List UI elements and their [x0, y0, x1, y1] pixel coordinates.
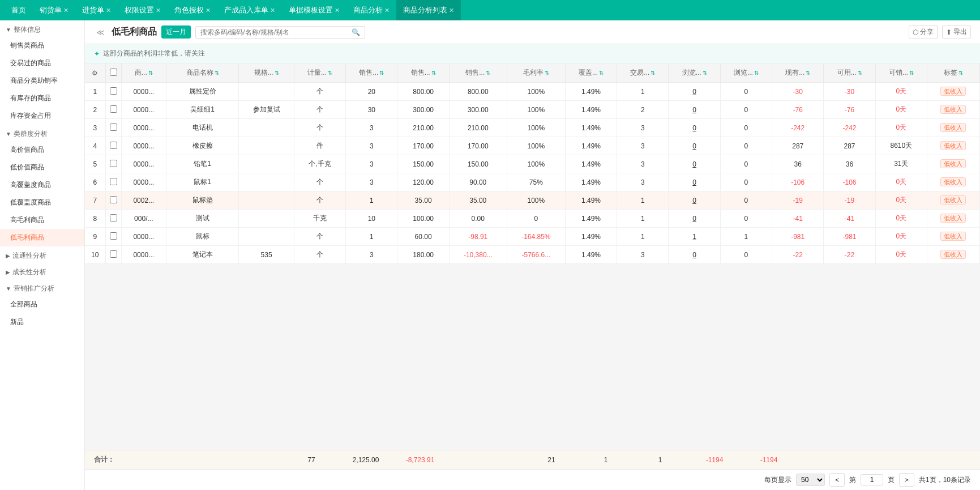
col-settings[interactable]: ⚙ — [85, 63, 105, 83]
sidebar-item-high-margin[interactable]: 高毛利商品 — [0, 211, 84, 229]
col-spec[interactable]: 规格...⇅ — [239, 63, 294, 83]
col-available[interactable]: 可用...⇅ — [824, 63, 875, 83]
nav-close-permissions[interactable]: ✕ — [156, 7, 161, 14]
col-coverage[interactable]: 覆盖...⇅ — [565, 63, 617, 83]
cell-view1[interactable]: 0 — [669, 119, 720, 137]
nav-purchase[interactable]: 进货单 ✕ — [75, 0, 118, 20]
row-checkbox[interactable] — [110, 142, 117, 149]
nav-template[interactable]: 单据模板设置 ✕ — [282, 0, 346, 20]
cell-checkbox[interactable] — [105, 246, 121, 264]
sidebar-item-low-value[interactable]: 低价值商品 — [0, 159, 84, 176]
row-checkbox[interactable] — [110, 196, 117, 203]
cell-checkbox[interactable] — [105, 119, 121, 137]
sidebar-item-high-coverage[interactable]: 高覆盖度商品 — [0, 176, 84, 194]
cell-view1[interactable]: 0 — [669, 173, 720, 191]
sidebar-group-marketing[interactable]: ▼ 营销推广分析 — [0, 279, 84, 296]
col-saleable[interactable]: 可销...⇅ — [875, 63, 927, 83]
col-unit[interactable]: 计量...⇅ — [294, 63, 345, 83]
sidebar-item-low-margin[interactable]: 低毛利商品 — [0, 229, 84, 246]
search-icon[interactable]: 🔍 — [352, 28, 360, 36]
sidebar-item-all-goods[interactable]: 全部商品 — [0, 296, 84, 313]
nav-close-roles[interactable]: ✕ — [206, 7, 211, 14]
col-checkbox[interactable] — [105, 63, 121, 83]
col-sale-qty[interactable]: 销售...⇅ — [346, 63, 397, 83]
col-view1[interactable]: 浏览...⇅ — [669, 63, 720, 83]
sidebar-group-growth[interactable]: ▶ 成长性分析 — [0, 263, 84, 279]
sidebar-item-category-rate[interactable]: 商品分类助销率 — [0, 72, 84, 90]
col-sale-profit[interactable]: 销售...⇅ — [449, 63, 507, 83]
sidebar-group-overall[interactable]: ▼ 整体信息 — [0, 20, 84, 37]
prev-page-btn[interactable]: ＜ — [829, 473, 845, 487]
nav-analysis-list[interactable]: 商品分析列表 ✕ — [396, 0, 461, 20]
view1-link[interactable]: 0 — [692, 197, 696, 204]
period-button[interactable]: 近一月 — [161, 25, 191, 39]
share-button[interactable]: ⬡ 分享 — [909, 25, 938, 39]
sidebar-item-new-goods[interactable]: 新品 — [0, 313, 84, 331]
row-checkbox[interactable] — [110, 105, 117, 113]
sidebar-group-cluster[interactable]: ▼ 类群度分析 — [0, 125, 84, 141]
col-name[interactable]: 商品名称⇅ — [166, 63, 239, 83]
next-page-btn[interactable]: ＞ — [899, 473, 914, 487]
page-size-select[interactable]: 50 100 200 — [796, 474, 825, 486]
cell-checkbox[interactable] — [105, 191, 121, 210]
sidebar-item-in-stock[interactable]: 有库存的商品 — [0, 90, 84, 107]
nav-home[interactable]: 首页 — [5, 0, 33, 20]
row-checkbox[interactable] — [110, 232, 117, 240]
cell-view1[interactable]: 0 — [669, 246, 720, 264]
cell-checkbox[interactable] — [105, 210, 121, 228]
nav-close-purchase[interactable]: ✕ — [106, 7, 111, 14]
row-checkbox[interactable] — [110, 87, 117, 95]
col-sale-price[interactable]: 销售...⇅ — [397, 63, 449, 83]
current-page-input[interactable] — [861, 474, 883, 485]
row-checkbox[interactable] — [110, 178, 117, 185]
cell-checkbox[interactable] — [105, 228, 121, 246]
cell-view1[interactable]: 0 — [669, 191, 720, 210]
nav-sales[interactable]: 销货单 ✕ — [33, 0, 75, 20]
col-current[interactable]: 现有...⇅ — [772, 63, 824, 83]
view1-link[interactable]: 1 — [692, 233, 696, 241]
cell-view1[interactable]: 0 — [669, 210, 720, 228]
nav-product-analysis[interactable]: 商品分析 ✕ — [346, 0, 396, 20]
select-all-checkbox[interactable] — [110, 69, 117, 76]
nav-close-analysis[interactable]: ✕ — [384, 7, 390, 14]
view1-link[interactable]: 0 — [692, 251, 696, 259]
cell-checkbox[interactable] — [105, 101, 121, 119]
export-button[interactable]: ⬆ 导出 — [942, 25, 971, 39]
sidebar-item-inventory-funds[interactable]: 库存资金占用 — [0, 107, 84, 125]
cell-checkbox[interactable] — [105, 83, 121, 101]
col-tag[interactable]: 标签⇅ — [927, 63, 979, 83]
view1-link[interactable]: 0 — [692, 142, 696, 150]
sidebar-item-low-coverage[interactable]: 低覆盖度商品 — [0, 194, 84, 211]
col-view2[interactable]: 浏览...⇅ — [720, 63, 772, 83]
nav-close-sales[interactable]: ✕ — [63, 7, 69, 14]
nav-close-analysis-list[interactable]: ✕ — [449, 7, 454, 14]
row-checkbox[interactable] — [110, 250, 117, 258]
sidebar-item-high-value[interactable]: 高价值商品 — [0, 141, 84, 159]
view1-link[interactable]: 0 — [692, 106, 696, 114]
cell-view1[interactable]: 0 — [669, 101, 720, 119]
cell-checkbox[interactable] — [105, 155, 121, 173]
sidebar-item-traded-goods[interactable]: 交易过的商品 — [0, 54, 84, 72]
col-gross-margin[interactable]: 毛利率⇅ — [507, 63, 565, 83]
col-code[interactable]: 商...⇅ — [121, 63, 166, 83]
nav-permissions[interactable]: 权限设置 ✕ — [118, 0, 168, 20]
cell-view1[interactable]: 0 — [669, 155, 720, 173]
view1-link[interactable]: 0 — [692, 215, 696, 223]
nav-roles[interactable]: 角色授权 ✕ — [168, 0, 217, 20]
sidebar-item-sales-goods[interactable]: 销售类商品 — [0, 37, 84, 54]
view1-link[interactable]: 0 — [692, 178, 696, 186]
cell-view1[interactable]: 1 — [669, 228, 720, 246]
row-checkbox[interactable] — [110, 123, 117, 131]
sidebar-group-flow[interactable]: ▶ 流通性分析 — [0, 246, 84, 263]
search-input[interactable] — [200, 28, 352, 36]
nav-close-template[interactable]: ✕ — [335, 7, 340, 14]
cell-view1[interactable]: 0 — [669, 83, 720, 101]
cell-checkbox[interactable] — [105, 137, 121, 155]
row-checkbox[interactable] — [110, 214, 117, 221]
view1-link[interactable]: 0 — [692, 160, 696, 168]
sidebar-collapse-btn[interactable]: ≪ — [94, 25, 107, 39]
nav-product-entry[interactable]: 产成品入库单 ✕ — [217, 0, 282, 20]
view1-link[interactable]: 0 — [692, 88, 696, 96]
col-trade[interactable]: 交易...⇅ — [617, 63, 669, 83]
row-checkbox[interactable] — [110, 160, 117, 167]
